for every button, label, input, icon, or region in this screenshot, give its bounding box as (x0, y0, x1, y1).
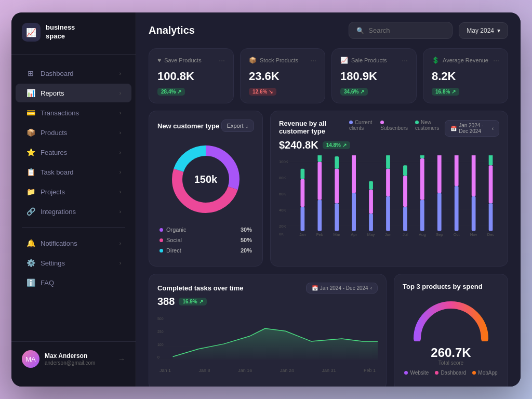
line-x-labels: Jan 1Jan 8Jan 16Jan 24Jan 31Feb 1 (157, 367, 378, 373)
nav-icon-dashboard: ⊞ (26, 69, 35, 77)
stat-card-sale-products: 📈 Sale Products ··· 180.9K 34.6% ↗ (331, 48, 417, 103)
svg-rect-36 (386, 169, 390, 196)
svg-rect-40 (403, 176, 407, 207)
legend-dot (159, 238, 163, 242)
sidebar-item-integrations[interactable]: 🔗 Integrations › (16, 202, 131, 221)
sidebar-item-settings[interactable]: ⚙️ Settings › (16, 254, 131, 272)
line-chart-svg: 500 250 100 0 (157, 313, 378, 365)
stat-value-save-products: 100.8K (157, 70, 225, 83)
search-input[interactable] (368, 26, 445, 34)
nav-label-features: Features (41, 149, 67, 156)
svg-text:60K: 60K (279, 192, 287, 196)
svg-text:80K: 80K (279, 176, 287, 180)
search-box[interactable]: 🔍 (349, 22, 453, 39)
sidebar: 📈 business space ⊞ Dashboard › 📊 Reports… (11, 12, 136, 387)
bar-date-range[interactable]: 📅 Jan 2024 - Dec 2024 ‹ (445, 120, 499, 137)
logout-button[interactable]: → (118, 355, 125, 363)
avatar: MA (22, 350, 39, 368)
sidebar-item-taskboard[interactable]: 📋 Task board › (16, 163, 131, 181)
stat-value-sale-products: 180.9K (340, 70, 408, 83)
stat-dots-average-revenue[interactable]: ··· (493, 56, 499, 64)
donut-legend-organic: Organic 30% (159, 227, 252, 233)
gauge-sub-label: Total score (403, 360, 499, 366)
sidebar-item-reports[interactable]: 📊 Reports › (16, 84, 131, 102)
donut-legend-social: Social 50% (159, 237, 252, 243)
date-picker[interactable]: May 2024 ▾ (459, 22, 508, 39)
chevron-icon: › (119, 150, 121, 155)
stat-card-stock-products: 📦 Stock Products ··· 23.6K 12.6% ↘ (240, 48, 325, 103)
svg-text:Aug: Aug (419, 232, 426, 237)
stat-icon-average-revenue: 💲 (432, 57, 440, 64)
search-icon: 🔍 (356, 27, 364, 34)
nav-label-taskboard: Task board (41, 168, 74, 176)
nav-label-dashboard: Dashboard (41, 70, 74, 77)
svg-text:100K: 100K (279, 159, 289, 164)
svg-rect-25 (335, 156, 339, 169)
stat-card-average-revenue: 💲 Average Revenue ··· 8.2K 16.8% ↗ (423, 48, 508, 103)
svg-rect-52 (455, 155, 459, 186)
svg-rect-45 (420, 155, 424, 158)
stat-card-save-products: ♥ Save Products ··· 100.8K 28.4% ↗ (149, 48, 234, 103)
sidebar-item-notifications[interactable]: 🔔 Notifications › (16, 234, 131, 252)
svg-rect-19 (317, 200, 322, 231)
chevron-icon: › (119, 90, 121, 96)
bar-date-label: Jan 2024 - Dec 2024 (459, 123, 490, 134)
main-content: Analytics 🔍 May 2024 ▾ ♥ Save Products ·… (136, 12, 521, 387)
bar-chart-title: Revenue by all customer type (279, 119, 349, 135)
sidebar-item-projects[interactable]: 📁 Projects › (16, 182, 131, 201)
stat-dots-save-products[interactable]: ··· (219, 56, 225, 64)
sidebar-nav: ⊞ Dashboard › 📊 Reports › 💳 Transactions… (11, 63, 136, 341)
bar-chart-header: Revenue by all customer type Current cli… (279, 119, 499, 137)
bar-chart-area: 100K 80K 60K 40K 20K 0K JanFebMarAprMayJ… (279, 155, 499, 238)
app-name: business space (46, 23, 75, 41)
donut-chart-header: New customer type Export ↓ (157, 119, 254, 132)
nav-label-faq: FAQ (41, 279, 54, 287)
svg-rect-43 (420, 200, 424, 231)
export-button[interactable]: Export ↓ (221, 119, 254, 132)
chevron-icon: › (119, 130, 121, 136)
line-date-range[interactable]: 📅 Jan 2024 - Dec 2024 ‹ (306, 283, 378, 294)
bar-chart-card: Revenue by all customer type Current cli… (270, 111, 508, 267)
sidebar-footer: MA Max Anderson anderson@gmail.com → (11, 341, 136, 376)
svg-rect-33 (369, 181, 373, 190)
nav-icon-transactions: 💳 (26, 109, 35, 117)
gauge-card: Top 3 products by spend (394, 274, 508, 387)
sidebar-item-faq[interactable]: ℹ️ FAQ (16, 273, 131, 292)
svg-text:500: 500 (157, 317, 164, 321)
stat-badge-sale-products: 34.6% ↗ (340, 88, 368, 96)
nav-icon-features: ⭐ (26, 148, 35, 156)
gauge-value: 260.7K (403, 345, 499, 360)
svg-rect-60 (489, 165, 493, 203)
legend-dot-small (415, 121, 419, 124)
sidebar-item-dashboard[interactable]: ⊞ Dashboard › (16, 64, 131, 83)
svg-rect-32 (369, 190, 373, 214)
stat-badge-average-revenue: 16.8% ↗ (432, 88, 459, 96)
svg-rect-15 (301, 207, 305, 231)
gauge-svg (409, 295, 493, 341)
sidebar-item-products[interactable]: 📦 Products › (16, 123, 131, 142)
nav-icon-taskboard: 📋 (26, 168, 35, 176)
line-date-label: Jan 2024 - Dec 2024 (320, 285, 368, 291)
calendar-icon: 📅 (450, 126, 457, 131)
line-chart-title: Completed tasks over time (157, 284, 243, 292)
svg-text:Oct: Oct (454, 232, 460, 237)
app-container: 📈 business space ⊞ Dashboard › 📊 Reports… (11, 12, 521, 387)
svg-rect-37 (386, 155, 390, 169)
svg-text:Dec: Dec (487, 232, 495, 237)
nav-icon-notifications: 🔔 (26, 239, 35, 247)
svg-rect-51 (455, 186, 459, 231)
stat-dots-stock-products[interactable]: ··· (310, 56, 316, 64)
middle-row: New customer type Export ↓ (149, 111, 508, 267)
stat-title-save-products: Save Products (164, 57, 202, 63)
sidebar-item-features[interactable]: ⭐ Features › (16, 143, 131, 162)
svg-rect-20 (317, 162, 322, 200)
sidebar-item-transactions[interactable]: 💳 Transactions › (16, 103, 131, 122)
chevron-icon: › (119, 241, 121, 246)
svg-text:40K: 40K (279, 208, 287, 212)
nav-label-products: Products (41, 129, 67, 137)
nav-label-integrations: Integrations (41, 208, 76, 216)
nav-icon-reports: 📊 (26, 89, 35, 97)
stat-dots-sale-products[interactable]: ··· (402, 56, 408, 64)
gauge-legend-dashboard: Dashboard (435, 370, 466, 376)
legend-dot-small (380, 121, 384, 124)
